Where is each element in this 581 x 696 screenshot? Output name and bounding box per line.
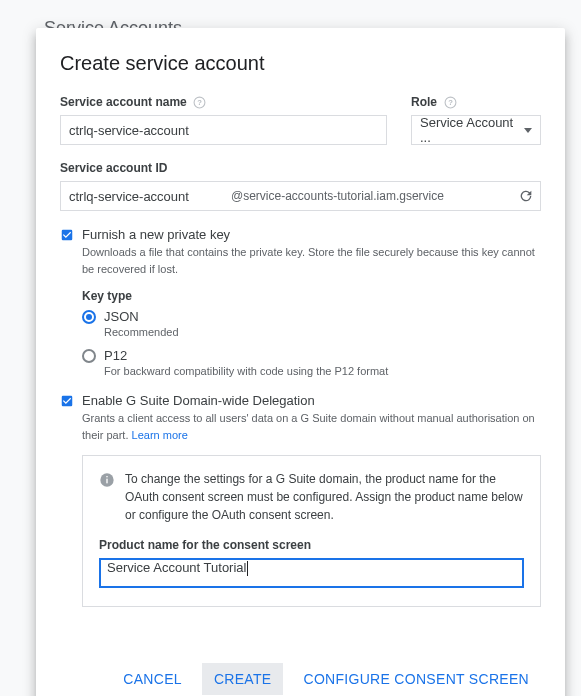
refresh-icon[interactable] [512,188,540,204]
furnish-key-label: Furnish a new private key [82,227,230,242]
service-account-id-field: Service account ID ctrlq-service-account… [60,161,541,211]
product-name-input[interactable]: Service Account Tutorial [99,558,524,588]
delegation-checkbox[interactable] [60,394,74,408]
dialog-title: Create service account [60,52,541,75]
key-type-p12-desc: For backward compatibility with code usi… [104,365,541,377]
help-icon[interactable]: ? [193,95,207,109]
id-input[interactable]: ctrlq-service-account [61,189,231,204]
text-cursor [247,561,248,576]
name-input[interactable] [60,115,387,145]
key-type-p12-label: P12 [104,348,127,363]
name-label-text: Service account name [60,95,187,109]
dialog-actions: CANCEL CREATE CONFIGURE CONSENT SCREEN [60,663,541,695]
chevron-down-icon [524,128,532,133]
svg-text:?: ? [448,98,453,107]
cancel-button[interactable]: CANCEL [111,663,194,695]
key-type-p12-radio[interactable] [82,349,96,363]
create-service-account-dialog: Create service account Service account n… [36,28,565,696]
key-type-json-desc: Recommended [104,326,541,338]
product-name-label: Product name for the consent screen [99,538,524,552]
key-type-json-radio[interactable] [82,310,96,324]
svg-text:?: ? [197,98,202,107]
help-icon[interactable]: ? [443,95,457,109]
id-label: Service account ID [60,161,541,175]
info-icon [99,472,115,492]
callout-text: To change the settings for a G Suite dom… [125,470,524,524]
furnish-key-desc: Downloads a file that contains the priva… [82,244,541,277]
configure-consent-screen-button[interactable]: CONFIGURE CONSENT SCREEN [291,663,541,695]
role-select-value: Service Account ... [420,115,524,145]
create-button[interactable]: CREATE [202,663,284,695]
id-suffix: @service-accounts-tutorial.iam.gservice [231,189,512,203]
role-label-text: Role [411,95,437,109]
name-label: Service account name ? [60,95,387,109]
product-name-value: Service Account Tutorial [107,560,246,575]
delegation-label: Enable G Suite Domain-wide Delegation [82,393,315,408]
learn-more-link[interactable]: Learn more [132,429,188,441]
role-select[interactable]: Service Account ... [411,115,541,145]
role-label: Role ? [411,95,541,109]
consent-callout: To change the settings for a G Suite dom… [82,455,541,607]
service-account-name-field: Service account name ? [60,95,387,145]
svg-rect-6 [106,476,107,477]
furnish-key-checkbox[interactable] [60,228,74,242]
role-field: Role ? Service Account ... [411,95,541,145]
key-type-label: Key type [82,289,541,303]
key-type-group: Key type JSON Recommended P12 For backwa… [82,289,541,377]
delegation-desc: Grants a client access to all users' dat… [82,410,541,443]
key-type-json-label: JSON [104,309,139,324]
svg-rect-5 [106,479,107,484]
